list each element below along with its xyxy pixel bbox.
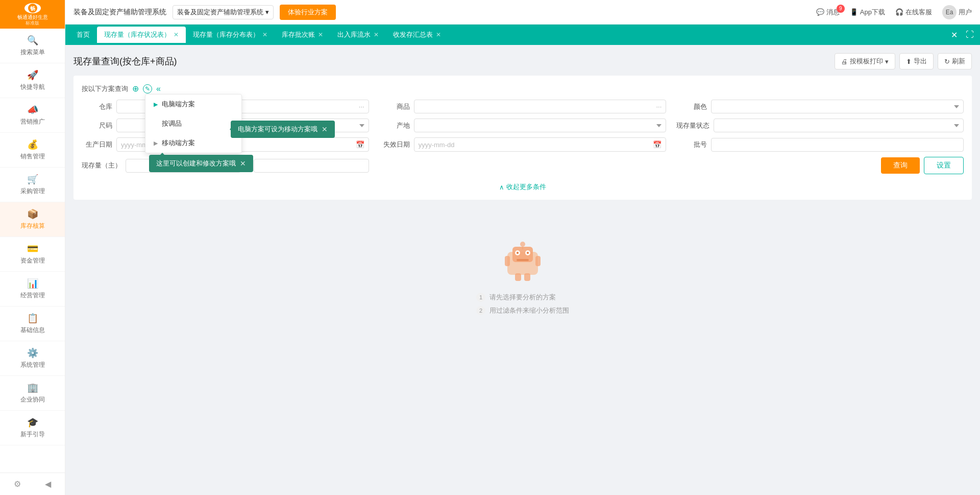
tab-batch-account-close[interactable]: ✕ — [318, 31, 323, 38]
maximize-button[interactable]: ⛶ — [964, 28, 976, 42]
tab-collect-summary-close[interactable]: ✕ — [436, 31, 441, 38]
print-label: 按模板打印 — [850, 57, 883, 66]
tab-inout-flow[interactable]: 出入库流水 ✕ — [330, 27, 386, 43]
user-menu-button[interactable]: Ea 用户 — [942, 5, 972, 19]
tab-batch-account-label: 库存批次账 — [282, 30, 315, 39]
svg-rect-12 — [524, 273, 530, 281]
expand-icon: ▶ — [154, 101, 158, 108]
mobile-scheme-label: 移动端方案 — [162, 138, 195, 148]
page-title: 现存量查询(按仓库+商品) — [74, 55, 177, 67]
product-input[interactable]: ··· — [414, 100, 667, 113]
tab-inventory-dist-close[interactable]: ✕ — [262, 31, 267, 38]
system-selector[interactable]: 装备及固定资产辅助管理系统 ▾ — [173, 5, 274, 19]
sidebar-item-marketing[interactable]: 📣 营销推广 — [0, 98, 65, 133]
batch-input[interactable] — [711, 138, 964, 152]
sub-item-label: 按调品 — [162, 119, 182, 128]
sidebar-item-basic[interactable]: 📋 基础信息 — [0, 307, 65, 341]
svg-rect-11 — [515, 273, 521, 281]
sidebar-bottom: ⚙ ◀ — [0, 473, 65, 495]
app-label: App下载 — [860, 8, 885, 17]
message-badge: 9 — [837, 5, 845, 13]
empty-tip-1: 1 请先选择要分析的方案 — [476, 293, 569, 302]
sidebar-item-purchase[interactable]: 🛒 采购管理 — [0, 168, 65, 202]
batch-label: 批号 — [676, 140, 707, 149]
empty-illustration — [497, 237, 548, 282]
color-label: 颜色 — [676, 102, 707, 111]
sidebar-item-operation[interactable]: 📊 经营管理 — [0, 272, 65, 307]
sidebar-item-finance[interactable]: 💳 资金管理 — [0, 237, 65, 272]
system-icon: ⚙️ — [27, 347, 38, 359]
chevron-down-icon: ▾ — [265, 8, 269, 16]
message-icon: 💬 — [816, 8, 824, 16]
warehouse-label: 仓库 — [82, 102, 112, 111]
stock-status-select[interactable] — [714, 119, 964, 132]
stock-qty-label: 现存量（主） — [82, 161, 121, 170]
tooltip-close-2[interactable]: ✕ — [240, 159, 246, 168]
refresh-button[interactable]: ↻ 刷新 — [938, 53, 972, 69]
svg-point-6 — [517, 252, 519, 254]
tab-inout-flow-label: 出入库流水 — [337, 30, 371, 39]
settings-button[interactable]: ⚙ — [14, 479, 21, 489]
tab-inventory-dist[interactable]: 现存量（库存分布表） ✕ — [186, 27, 275, 43]
origin-field: 产地 — [379, 119, 667, 132]
print-chevron-icon: ▾ — [885, 58, 889, 65]
industry-plan-button[interactable]: 体验行业方案 — [280, 5, 336, 20]
expire-date-placeholder: yyyy-mm-dd — [419, 141, 455, 149]
messages-button[interactable]: 💬 9 消息 — [816, 8, 840, 17]
basic-icon: 📋 — [27, 313, 38, 324]
tooltip-close-1[interactable]: ✕ — [322, 125, 328, 133]
sidebar-item-sales[interactable]: 💰 销售管理 — [0, 133, 65, 168]
tab-batch-account[interactable]: 库存批次账 ✕ — [275, 27, 330, 43]
reset-button[interactable]: 设置 — [924, 157, 964, 174]
produce-date-label: 生产日期 — [82, 140, 112, 149]
svg-point-7 — [527, 252, 529, 254]
online-service-button[interactable]: 🎧 在线客服 — [895, 8, 932, 17]
query-panel: 按以下方案查询 ⊕ ✎ « ▶ 电脑端方案 按调品 ▶ 移动端方案 — [74, 76, 972, 200]
sidebar-item-quick[interactable]: 🚀 快捷导航 — [0, 63, 65, 98]
sidebar-item-search[interactable]: 🔍 搜索菜单 — [0, 29, 65, 63]
collapse-button[interactable]: ∧ 收起更多条件 — [499, 182, 546, 192]
calendar-icon-2: 📅 — [653, 140, 662, 149]
print-button[interactable]: 🖨 按模板打印 ▾ — [835, 53, 895, 69]
sidebar-item-enterprise[interactable]: 🏢 企业协同 — [0, 376, 65, 411]
tab-collect-summary[interactable]: 收发存汇总表 ✕ — [386, 27, 448, 43]
system-name: 装备及固定资产辅助管理系统 — [74, 8, 166, 17]
tooltip-text-2: 这里可以创建和修改方案哦 — [156, 159, 236, 168]
tab-inventory-status[interactable]: 现存量（库存状况表） ✕ — [97, 27, 186, 43]
origin-select[interactable] — [414, 119, 667, 132]
sidebar-item-guide[interactable]: 🎓 新手引导 — [0, 411, 65, 445]
edit-scheme-button[interactable]: ✎ — [143, 84, 152, 93]
stock-qty-max[interactable] — [254, 159, 369, 173]
sidebar-item-system[interactable]: ⚙️ 系统管理 — [0, 341, 65, 376]
collapse-sidebar-button[interactable]: ◀ — [45, 479, 51, 489]
add-scheme-button[interactable]: ⊕ — [132, 84, 139, 93]
search-button[interactable]: 查询 — [881, 157, 920, 174]
sales-icon: 💰 — [27, 139, 38, 150]
tip-text-1: 请先选择要分析的方案 — [489, 293, 556, 302]
back-scheme-button[interactable]: « — [156, 84, 161, 93]
app-download-button[interactable]: 📱 App下载 — [850, 8, 885, 17]
svg-rect-8 — [517, 259, 529, 261]
sidebar-nav: 🔍 搜索菜单 🚀 快捷导航 📣 营销推广 💰 销售管理 🛒 采购管理 📦 库存核… — [0, 29, 65, 473]
expire-date-input[interactable]: yyyy-mm-dd 📅 — [414, 137, 667, 152]
tab-inventory-dist-label: 现存量（库存分布表） — [193, 30, 259, 39]
tab-inventory-status-close[interactable]: ✕ — [174, 31, 179, 38]
online-label: 在线客服 — [905, 8, 932, 17]
tab-home[interactable]: 首页 — [69, 27, 97, 43]
close-all-tabs-button[interactable]: ✕ — [949, 28, 960, 42]
app-logo: 畅 畅通通好生意 标准版 — [0, 0, 65, 29]
stock-status-field: 现存量状态 — [676, 119, 964, 132]
tab-inout-flow-close[interactable]: ✕ — [374, 31, 379, 38]
rocket-icon: 🚀 — [27, 69, 38, 81]
batch-field: 批号 — [676, 137, 964, 152]
tip-num-2: 2 — [476, 306, 485, 315]
topbar: 装备及固定资产辅助管理系统 装备及固定资产辅助管理系统 ▾ 体验行业方案 💬 9… — [65, 0, 980, 25]
query-header: 按以下方案查询 ⊕ ✎ « ▶ 电脑端方案 按调品 ▶ 移动端方案 — [82, 84, 964, 93]
page-actions: 🖨 按模板打印 ▾ ⬆ 导出 ↻ 刷新 — [835, 53, 972, 69]
pc-scheme-item[interactable]: ▶ 电脑端方案 — [145, 95, 241, 114]
export-button[interactable]: ⬆ 导出 — [899, 53, 934, 69]
sidebar-item-inventory[interactable]: 📦 库存核算 — [0, 202, 65, 237]
origin-label: 产地 — [379, 121, 410, 130]
color-select[interactable] — [711, 100, 964, 113]
main-area: 装备及固定资产辅助管理系统 装备及固定资产辅助管理系统 ▾ 体验行业方案 💬 9… — [65, 0, 980, 495]
